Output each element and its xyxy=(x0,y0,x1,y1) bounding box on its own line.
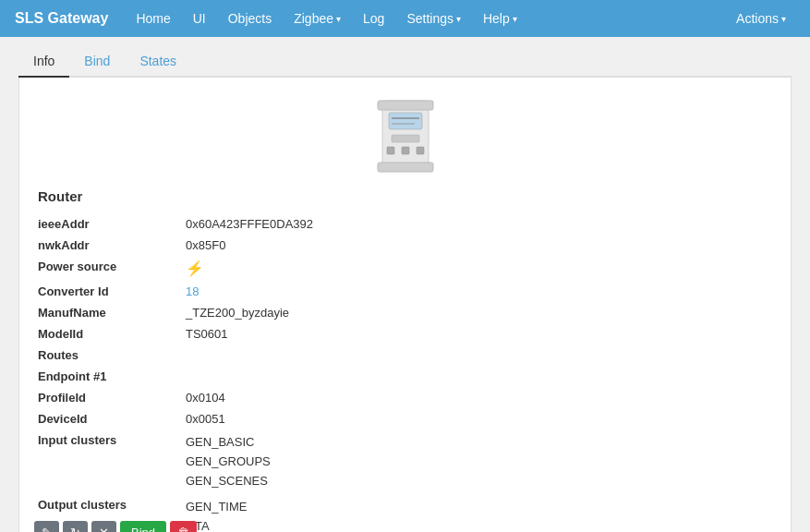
delete-button[interactable]: ✕ xyxy=(91,521,116,532)
nav-settings[interactable]: Settings ▾ xyxy=(397,7,470,30)
edit-icon: ✎ xyxy=(42,526,52,532)
device-id-value: 0x0051 xyxy=(186,412,225,426)
nwk-value: 0x85F0 xyxy=(186,238,225,252)
row-profile: ProfileId 0x0104 xyxy=(38,387,772,408)
tab-info[interactable]: Info xyxy=(18,46,69,78)
edit-button[interactable]: ✎ xyxy=(34,521,59,532)
tab-bind[interactable]: Bind xyxy=(69,46,125,78)
nav-zigbee[interactable]: Zigbee ▾ xyxy=(284,7,350,30)
endpoint-label: Endpoint #1 xyxy=(38,369,186,383)
tab-states[interactable]: States xyxy=(125,46,191,78)
row-routes: Routes xyxy=(38,345,772,366)
row-power: Power source ⚡ xyxy=(38,256,772,281)
remove-button[interactable]: 🗑 xyxy=(170,521,197,532)
row-manuf: ManufName _TZE200_byzdayie xyxy=(38,302,772,323)
actions-dropdown-arrow: ▾ xyxy=(781,14,786,24)
device-image xyxy=(369,96,442,170)
ieee-label: ieeeAddr xyxy=(38,217,186,231)
actions-menu[interactable]: Actions ▾ xyxy=(727,7,795,30)
nav-ui[interactable]: UI xyxy=(184,7,215,30)
profile-label: ProfileId xyxy=(38,391,186,405)
svg-rect-7 xyxy=(387,147,394,154)
device-type: Router xyxy=(38,188,772,204)
bind-button[interactable]: Bind xyxy=(120,521,166,532)
model-label: ModelId xyxy=(38,327,186,341)
nav-log[interactable]: Log xyxy=(354,7,393,30)
nav-objects[interactable]: Objects xyxy=(219,7,281,30)
power-label: Power source xyxy=(38,260,186,273)
navbar: SLS Gateway Home UI Objects Zigbee ▾ Log… xyxy=(0,0,810,37)
power-value: ⚡ xyxy=(186,260,204,277)
svg-rect-2 xyxy=(378,163,433,172)
converter-value[interactable]: 18 xyxy=(186,284,199,298)
svg-rect-1 xyxy=(378,101,433,110)
svg-rect-6 xyxy=(392,135,419,142)
row-endpoint: Endpoint #1 xyxy=(38,366,772,387)
svg-rect-9 xyxy=(417,147,424,154)
content-panel: Router ieeeAddr 0x60A423FFFE0DA392 nwkAd… xyxy=(18,78,792,532)
refresh-button[interactable]: ↻ xyxy=(63,521,88,532)
x-icon: ✕ xyxy=(99,526,109,532)
nav-home[interactable]: Home xyxy=(127,7,179,30)
manuf-value: _TZE200_byzdayie xyxy=(186,306,289,320)
ieee-value: 0x60A423FFFE0DA392 xyxy=(186,217,313,231)
tabs: Info Bind States xyxy=(18,46,792,78)
row-input-clusters: Input clusters GEN_BASICGEN_GROUPSGEN_SC… xyxy=(38,429,772,494)
main-container: Info Bind States xyxy=(0,37,810,532)
navbar-brand[interactable]: SLS Gateway xyxy=(15,10,108,27)
svg-rect-3 xyxy=(389,113,422,129)
bottom-toolbar: ✎ ↻ ✕ Bind 🗑 xyxy=(34,521,197,532)
model-value: TS0601 xyxy=(186,327,228,341)
manuf-label: ManufName xyxy=(38,306,186,320)
settings-dropdown-arrow: ▾ xyxy=(456,14,461,24)
routes-label: Routes xyxy=(38,348,186,362)
device-id-label: DeviceId xyxy=(38,412,186,426)
zigbee-dropdown-arrow: ▾ xyxy=(336,14,341,24)
help-dropdown-arrow: ▾ xyxy=(513,14,517,24)
profile-value: 0x0104 xyxy=(186,391,225,405)
trash-icon: 🗑 xyxy=(177,526,189,532)
output-clusters-label: Output clusters xyxy=(38,498,186,512)
input-clusters-value: GEN_BASICGEN_GROUPSGEN_SCENES xyxy=(186,433,271,490)
device-image-container xyxy=(38,96,772,170)
converter-label: Converter Id xyxy=(38,284,186,298)
row-converter: Converter Id 18 xyxy=(38,281,772,302)
navbar-nav: Home UI Objects Zigbee ▾ Log Settings ▾ … xyxy=(127,7,727,30)
nav-help[interactable]: Help ▾ xyxy=(474,7,526,30)
row-nwk: nwkAddr 0x85F0 xyxy=(38,235,772,256)
row-device: DeviceId 0x0051 xyxy=(38,408,772,429)
row-model: ModelId TS0601 xyxy=(38,323,772,345)
input-clusters-label: Input clusters xyxy=(38,433,186,447)
row-ieee: ieeeAddr 0x60A423FFFE0DA392 xyxy=(38,213,772,235)
svg-rect-8 xyxy=(402,147,409,154)
refresh-icon: ↻ xyxy=(70,526,80,532)
nwk-label: nwkAddr xyxy=(38,238,186,252)
